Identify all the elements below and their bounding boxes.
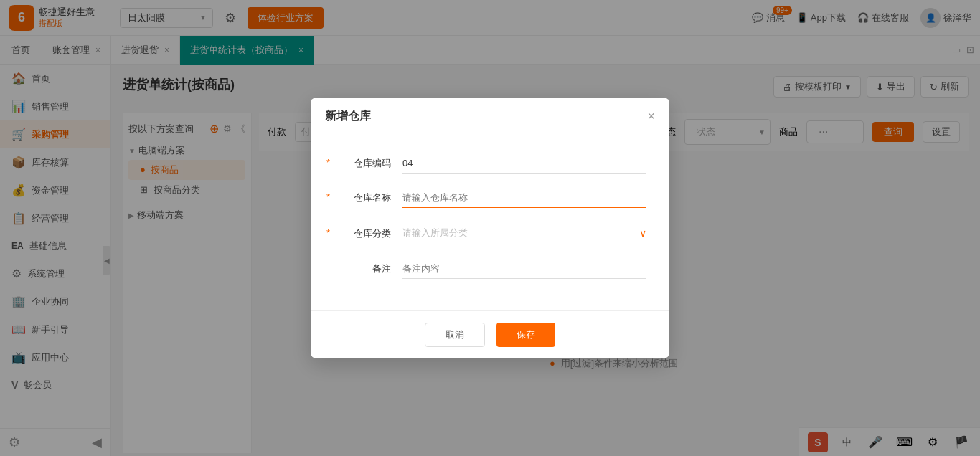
modal-body: 仓库编码 仓库名称 仓库分类 请输入所属分类 ∨ 备注 xyxy=(311,136,669,310)
modal-overlay[interactable]: 新增仓库 × 仓库编码 仓库名称 仓库分类 请输入所属分类 ∨ xyxy=(0,0,980,456)
code-input[interactable] xyxy=(402,153,646,174)
cancel-button[interactable]: 取消 xyxy=(425,323,485,347)
category-label: 仓库分类 xyxy=(334,227,391,240)
warehouse-modal: 新增仓库 × 仓库编码 仓库名称 仓库分类 请输入所属分类 ∨ xyxy=(311,98,669,358)
modal-footer: 取消 保存 xyxy=(311,310,669,358)
form-row-category: 仓库分类 请输入所属分类 ∨ xyxy=(334,222,646,244)
note-label: 备注 xyxy=(334,262,391,275)
code-label: 仓库编码 xyxy=(334,157,391,170)
chevron-down-icon: ∨ xyxy=(639,227,646,239)
form-row-note: 备注 xyxy=(334,259,646,279)
category-select[interactable]: 请输入所属分类 ∨ xyxy=(402,222,646,244)
save-button[interactable]: 保存 xyxy=(496,323,555,347)
name-label: 仓库名称 xyxy=(334,191,391,204)
name-input[interactable] xyxy=(402,188,646,208)
modal-close-icon[interactable]: × xyxy=(647,109,655,124)
form-row-code: 仓库编码 xyxy=(334,153,646,174)
note-input[interactable] xyxy=(402,259,646,279)
category-select-display: 请输入所属分类 ∨ xyxy=(402,222,646,244)
category-placeholder: 请输入所属分类 xyxy=(402,227,468,239)
modal-title: 新增仓库 xyxy=(325,109,371,124)
form-row-name: 仓库名称 xyxy=(334,188,646,208)
modal-header: 新增仓库 × xyxy=(311,98,669,136)
